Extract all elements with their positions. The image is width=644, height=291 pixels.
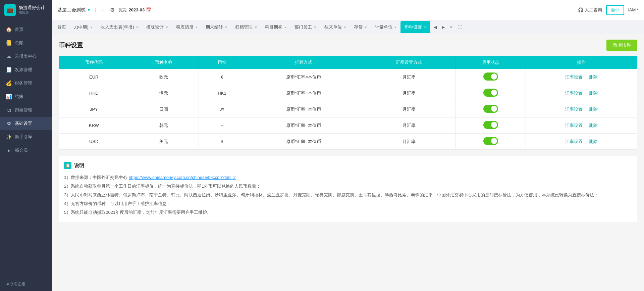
tab-tax-close[interactable]: × bbox=[196, 25, 198, 29]
sidebar-label-ledger: 总账 bbox=[15, 40, 23, 46]
rate-settings-link[interactable]: 汇率设置 bbox=[565, 91, 583, 96]
topbar-settings-button[interactable]: ⚙ bbox=[109, 7, 116, 13]
tab-subject-close[interactable]: × bbox=[284, 25, 286, 29]
table-row: USD 美元 $ 原币*汇率=本位币 月汇率 汇率设置 删除 bbox=[59, 134, 637, 150]
cell-rate-method: 月汇率 bbox=[362, 117, 456, 134]
col-calc: 折算方式 bbox=[245, 56, 362, 69]
cell-symbol: € bbox=[199, 69, 245, 85]
tab-customer-close[interactable]: × bbox=[344, 25, 346, 29]
sidebar-item-invoice[interactable]: 🧾 发票管理 bbox=[0, 63, 52, 77]
tab-prev-button[interactable]: ◀ bbox=[432, 23, 439, 31]
tab-period-close[interactable]: × bbox=[91, 25, 93, 29]
tab-unit-close[interactable]: × bbox=[394, 25, 396, 29]
tab-next-button[interactable]: ▶ bbox=[440, 23, 447, 31]
cell-calc: 原币*汇率=本位币 bbox=[245, 101, 362, 117]
cell-calc: 原币*汇率=本位币 bbox=[245, 134, 362, 150]
tab-period[interactable]: ¿(中期) × bbox=[70, 21, 97, 33]
tab-currency[interactable]: 币种设置 × bbox=[400, 21, 430, 33]
sidebar-item-home[interactable]: 🏠 首页 bbox=[0, 23, 52, 36]
cell-rate-method: 月汇率 bbox=[362, 134, 456, 150]
cell-status bbox=[456, 117, 526, 134]
delete-link[interactable]: 删除 bbox=[589, 91, 598, 96]
cell-name: 港元 bbox=[129, 85, 199, 101]
rate-settings-link[interactable]: 汇率设置 bbox=[565, 123, 583, 128]
org-selector[interactable]: 基层工会测试 ▼ bbox=[57, 7, 91, 13]
tab-period-end-close[interactable]: × bbox=[225, 25, 227, 29]
tab-dept-close[interactable]: × bbox=[314, 25, 316, 29]
sidebar-item-archive[interactable]: 🗂 归档管理 bbox=[0, 103, 52, 117]
tab-template-close[interactable]: × bbox=[166, 25, 168, 29]
cell-code: USD bbox=[59, 134, 129, 150]
topbar-add-button[interactable]: + bbox=[100, 7, 106, 13]
tab-unit[interactable]: 计量单位 × bbox=[371, 21, 400, 33]
tab-template[interactable]: 模版设计 × bbox=[142, 21, 172, 33]
notes-item-2: 2）系统自动获取每月第一个工作日的汇率标价，统一为直接标价法，即1外币可以兑换的… bbox=[64, 182, 632, 191]
tab-customer[interactable]: 往来单位 × bbox=[320, 21, 350, 33]
sidebar-nav: 🏠 首页 📒 总账 ☁ 云报表中心 🧾 发票管理 💰 税务管理 📊 结账 🗂 归… bbox=[0, 20, 52, 277]
cell-action: 汇率设置 删除 bbox=[526, 101, 637, 117]
tab-currency-close[interactable]: × bbox=[424, 25, 426, 29]
tab-period-end[interactable]: 期末结转 × bbox=[202, 21, 231, 33]
home-icon: 🏠 bbox=[5, 26, 12, 33]
tab-archive-label: 归档管理 bbox=[235, 24, 253, 30]
sidebar-item-reports[interactable]: ☁ 云报表中心 bbox=[0, 50, 52, 63]
notes-item-4: 4）无官方牌价的币种，可以用用户手工维护汇率信息； bbox=[64, 199, 632, 208]
sidebar-item-ledger[interactable]: 📒 总账 bbox=[0, 36, 52, 50]
table-row: JPY 日圆 J¥ 原币*汇率=本位币 月汇率 汇率设置 删除 bbox=[59, 101, 637, 117]
tab-archive[interactable]: 归档管理 × bbox=[231, 21, 261, 33]
enabled-toggle[interactable] bbox=[483, 72, 498, 81]
tab-inventory[interactable]: 存货 × bbox=[350, 21, 371, 33]
col-rate-method: 汇率设置方式 bbox=[362, 56, 456, 69]
tab-income-close[interactable]: × bbox=[136, 25, 138, 29]
enabled-toggle[interactable] bbox=[483, 137, 498, 145]
tab-income[interactable]: 收入支出表(年报) × bbox=[97, 21, 142, 33]
tab-period-label: ¿(中期) bbox=[74, 24, 89, 30]
sidebar: 💼 畅捷通好会计 旗舰版 🏠 首页 📒 总账 ☁ 云报表中心 🧾 发票管理 💰 … bbox=[0, 0, 52, 291]
delete-link[interactable]: 删除 bbox=[589, 123, 598, 128]
tab-tax[interactable]: 税表清册 × bbox=[172, 21, 202, 33]
cell-symbol: -- bbox=[199, 117, 245, 134]
cell-symbol: HK$ bbox=[199, 85, 245, 101]
rate-settings-link[interactable]: 汇率设置 bbox=[565, 139, 583, 144]
help-button[interactable]: 🎧 人工咨询 bbox=[578, 7, 602, 13]
cell-calc: 原币*汇率=本位币 bbox=[245, 69, 362, 85]
col-status: 启用状态 bbox=[456, 56, 526, 69]
col-name: 币种名称 bbox=[129, 56, 199, 69]
archive-icon: 🗂 bbox=[5, 107, 12, 113]
tab-close-all-button[interactable]: × bbox=[448, 23, 455, 31]
delete-link[interactable]: 删除 bbox=[589, 107, 598, 112]
account-button[interactable]: 会计 bbox=[606, 5, 624, 15]
sidebar-item-checkout[interactable]: 📊 结账 bbox=[0, 90, 52, 103]
table-row: EUR 欧元 € 原币*汇率=本位币 月汇率 汇率设置 删除 bbox=[59, 69, 637, 85]
sidebar-item-settings[interactable]: ⚙ 基础设置 bbox=[0, 117, 52, 130]
tab-dept[interactable]: 部门员工 × bbox=[290, 21, 320, 33]
org-name: 基层工会测试 bbox=[57, 7, 86, 13]
tab-fullscreen-button[interactable]: ⛶ bbox=[456, 23, 463, 31]
tab-home[interactable]: 首页 bbox=[53, 21, 70, 33]
delete-link[interactable]: 删除 bbox=[589, 139, 598, 144]
notes-item-3: 3）人民币对马来西亚林吉特、俄罗斯卢布、南非兰特、韩元、阿联酋迪拉姆、沙特里亚尔… bbox=[64, 191, 632, 199]
tax-icon: 💰 bbox=[5, 80, 12, 87]
calendar-icon[interactable]: 📅 bbox=[146, 7, 151, 12]
tab-inventory-close[interactable]: × bbox=[365, 25, 367, 29]
tab-inventory-label: 存货 bbox=[354, 24, 363, 30]
notes-link[interactable]: https://www.chinamoney.com.cn/chinese/bk… bbox=[129, 175, 236, 180]
sidebar-label-home: 首页 bbox=[15, 27, 23, 33]
rate-settings-link[interactable]: 汇率设置 bbox=[565, 75, 583, 80]
tab-subject[interactable]: 科目期初 × bbox=[261, 21, 290, 33]
delete-link[interactable]: 删除 bbox=[589, 75, 598, 80]
invoice-icon: 🧾 bbox=[5, 66, 12, 73]
sidebar-item-member[interactable]: ♦ 畅会员 bbox=[0, 144, 52, 157]
sidebar-item-guide[interactable]: ✨ 新手引导 bbox=[0, 130, 52, 144]
cell-code: HKD bbox=[59, 85, 129, 101]
new-currency-button[interactable]: 新增币种 bbox=[606, 40, 637, 51]
enabled-toggle[interactable] bbox=[483, 121, 498, 129]
sidebar-item-tax[interactable]: 💰 税务管理 bbox=[0, 77, 52, 90]
enabled-toggle[interactable] bbox=[483, 105, 498, 113]
enabled-toggle[interactable] bbox=[483, 89, 498, 97]
tabbar: 首页 ¿(中期) × 收入支出表(年报) × 模版设计 × 税表清册 × 期末结… bbox=[52, 20, 644, 34]
sidebar-footer[interactable]: ◄取消固定 bbox=[0, 277, 52, 291]
tab-archive-close[interactable]: × bbox=[255, 25, 257, 29]
rate-settings-link[interactable]: 汇率设置 bbox=[565, 107, 583, 112]
notes-icon: 📋 bbox=[64, 162, 71, 169]
